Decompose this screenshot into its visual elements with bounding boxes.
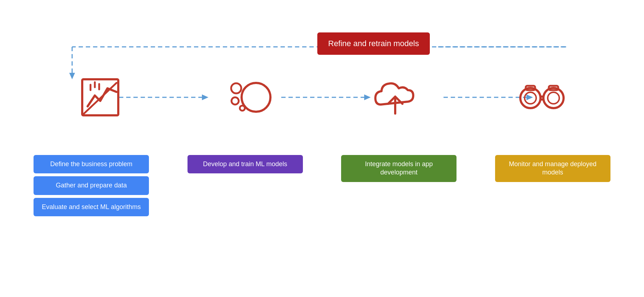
refine-box: Refine and retrain models (317, 32, 430, 55)
svg-point-21 (525, 92, 536, 104)
business-icon-box (70, 65, 134, 130)
cloud-icon (370, 72, 420, 123)
labels-row: Define the business problem Gather and p… (0, 155, 644, 216)
refine-label: Refine and retrain models (328, 39, 419, 48)
svg-point-15 (242, 83, 270, 112)
label-group-1: Define the business problem Gather and p… (26, 155, 156, 216)
evaluate-algorithms-button: Evaluate and select ML algorithms (34, 198, 149, 216)
icons-row (0, 65, 644, 130)
ml-icon-container (216, 65, 281, 130)
svg-line-14 (84, 83, 116, 114)
monitor-icon-container (510, 65, 574, 130)
cloud-icon-container (363, 65, 428, 130)
develop-train-button: Develop and train ML models (188, 155, 303, 173)
monitor-manage-button: Monitor and manage deployed models (495, 155, 610, 182)
label-group-4: Monitor and manage deployed models (488, 155, 618, 182)
chart-icon (77, 72, 127, 123)
gather-data-button: Gather and prepare data (34, 176, 149, 195)
svg-point-23 (548, 92, 559, 104)
label-group-2: Develop and train ML models (180, 155, 310, 173)
monitor-icon-box (510, 65, 574, 130)
svg-point-18 (240, 106, 245, 111)
integrate-models-button: Integrate models in app development (341, 155, 456, 182)
svg-point-16 (231, 83, 241, 93)
binoculars-icon (517, 72, 567, 123)
define-business-button: Define the business problem (34, 155, 149, 173)
cloud-icon-box (363, 65, 428, 130)
ml-icon-box (216, 65, 281, 130)
main-container: Refine and retrain models (0, 0, 644, 297)
label-group-3: Integrate models in app development (334, 155, 464, 182)
svg-point-17 (231, 97, 239, 105)
business-icon-container (70, 65, 134, 130)
ml-icon (224, 72, 274, 123)
